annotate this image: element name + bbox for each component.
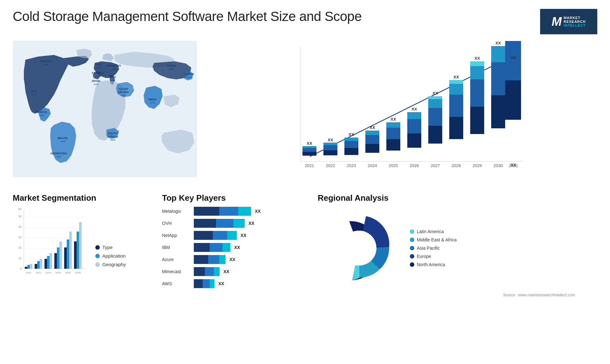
bar-2023-s2 <box>344 141 358 148</box>
player-bar-ibm: XX <box>194 243 302 252</box>
legend-europe: Europe <box>410 254 457 259</box>
player-bar-netapp: XX <box>194 231 302 240</box>
bar-2021-val: XX <box>307 141 312 146</box>
regional-title: Regional Analysis <box>318 193 591 203</box>
svg-text:60: 60 <box>18 207 22 211</box>
player-bar-azure: XX <box>194 255 302 264</box>
player-mimecast: Mimecast XX <box>162 267 302 276</box>
bar-2028-s4 <box>449 80 463 84</box>
player-ibm: IBM XX <box>162 243 302 252</box>
china-val: xx% <box>169 68 174 71</box>
svg-rect-19 <box>25 267 27 269</box>
svg-text:2024: 2024 <box>55 271 61 274</box>
france-val: xx% <box>95 75 100 78</box>
legend-latin-label: Latin America <box>417 229 444 234</box>
bar-2030-val: XX <box>495 41 501 45</box>
svg-text:2021: 2021 <box>26 271 31 274</box>
svg-text:0: 0 <box>20 267 22 270</box>
svg-rect-35 <box>77 232 79 269</box>
player-name-metalogix: Metalogix <box>162 209 191 214</box>
players-section: Top Key Players Metalogix XX OVH <box>152 193 311 298</box>
sa-val: xx% <box>110 138 115 141</box>
seg-chart-area: 0 10 20 30 40 50 60 <box>13 207 146 277</box>
bar-2023-s1 <box>344 148 358 155</box>
bar-2030-s3 <box>491 46 505 62</box>
year-2024: 2024 <box>368 163 377 168</box>
bar-2023-val: XX <box>349 132 354 137</box>
player-azure: Azure XX <box>162 255 302 264</box>
svg-text:10: 10 <box>18 257 22 260</box>
bar-2024-s2 <box>365 135 379 144</box>
bar-2025-s3 <box>386 122 400 128</box>
france-label: FRANCE <box>92 71 104 75</box>
player-netapp: NetApp XX <box>162 231 302 240</box>
logo-area: M MARKET RESEARCH INTELLECT <box>540 9 597 34</box>
svg-text:50: 50 <box>18 215 22 218</box>
bar-2029-s1 <box>470 107 484 134</box>
seg-chart-svg: 0 10 20 30 40 50 60 <box>13 207 89 283</box>
brazil-label: BRAZIL <box>58 137 68 140</box>
svg-text:2026: 2026 <box>75 271 81 274</box>
svg-text:2025: 2025 <box>65 271 71 274</box>
player-val-aws: XX <box>218 281 224 286</box>
player-name-aws: AWS <box>162 281 191 286</box>
legend-mea-label: Middle East & Africa <box>417 237 457 242</box>
player-aws: AWS XX <box>162 279 302 288</box>
year-2030: 2030 <box>494 163 503 168</box>
legend-geography-dot <box>95 262 100 267</box>
year-2026: 2026 <box>410 163 419 168</box>
bar-2026-s1 <box>407 133 421 148</box>
growth-chart-svg: XX XX XX XX <box>216 41 591 180</box>
bottom-sections: Market Segmentation 0 10 20 30 40 50 <box>13 190 597 298</box>
svg-text:20: 20 <box>18 246 22 249</box>
germany-val: xx% <box>111 68 116 71</box>
japan-val: xx% <box>186 76 191 79</box>
year-2025: 2025 <box>389 163 398 168</box>
bar-2027-s4 <box>428 96 442 99</box>
donut-chart <box>318 207 400 289</box>
growth-chart-section: XX XX XX XX <box>210 37 597 190</box>
regional-section: Regional Analysis <box>311 193 597 298</box>
mexico-label: MEXICO <box>36 111 47 114</box>
bar-2030-s2 <box>491 62 505 95</box>
year-2022: 2022 <box>326 163 335 168</box>
page-title: Cold Storage Management Software Market … <box>13 9 362 24</box>
legend-apac-label: Asia Pacific <box>417 246 440 251</box>
argentina-label: ARGENTINA <box>50 152 67 155</box>
svg-rect-26 <box>47 256 50 269</box>
legend-type: Type <box>95 245 126 250</box>
bar-2021-s1 <box>302 152 316 156</box>
bar-2022-s3 <box>323 143 337 145</box>
legend-application-label: Application <box>102 253 125 259</box>
seg-legend: Type Application Geography <box>95 245 126 277</box>
player-name-netapp: NetApp <box>162 233 191 238</box>
svg-text:30: 30 <box>18 236 22 239</box>
bar-2024-s1 <box>365 144 379 153</box>
bar-2028-s1 <box>449 117 463 139</box>
china-label: CHINA <box>167 64 176 67</box>
bar-2028-s3 <box>449 84 463 95</box>
player-bar-mimecast: XX <box>194 267 302 276</box>
player-val-ibm: XX <box>234 245 240 250</box>
svg-rect-24 <box>40 259 42 269</box>
spain-label: SPAIN <box>92 79 100 83</box>
year-2023: 2023 <box>347 163 356 168</box>
svg-rect-27 <box>50 253 52 269</box>
bar-2027-s1 <box>428 126 442 144</box>
player-val-azure: XX <box>229 257 235 262</box>
argentina-val: xx% <box>56 155 61 158</box>
logo-text: MARKET RESEARCH INTELLECT <box>564 16 586 27</box>
bar-2026-s3 <box>407 112 421 119</box>
saudi-label: SAUDI <box>119 87 128 91</box>
regional-legend: Latin America Middle East & Africa Asia … <box>410 229 457 267</box>
saudi-label2: ARABIA <box>118 91 129 94</box>
svg-text:40: 40 <box>18 225 22 228</box>
legend-application-dot <box>95 254 100 258</box>
svg-rect-21 <box>30 264 32 269</box>
growth-chart: XX XX XX XX <box>216 41 591 180</box>
legend-asia-pacific: Asia Pacific <box>410 246 457 251</box>
svg-rect-23 <box>37 261 40 269</box>
bar-2028-s2 <box>449 95 463 117</box>
segmentation-section: Market Segmentation 0 10 20 30 40 50 <box>13 193 152 298</box>
svg-rect-20 <box>27 265 30 269</box>
